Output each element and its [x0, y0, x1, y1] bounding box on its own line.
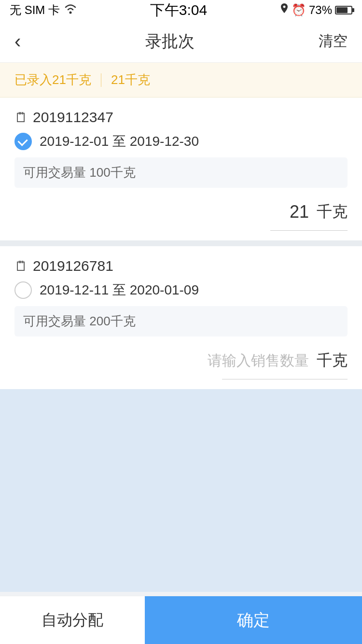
nav-bar: ‹ 录批次 清空: [0, 20, 362, 63]
batch-1-unit: 千克: [317, 201, 348, 223]
section-divider-1: [0, 240, 362, 246]
total-summary: 21千克: [111, 71, 150, 88]
batch-2-unit: 千克: [317, 350, 348, 371]
batch-1-quantity-section: 21 千克: [0, 201, 362, 240]
batch-2-radio[interactable]: [14, 281, 32, 299]
batch-2-id: 2019126781: [33, 258, 113, 274]
batch-2-input-placeholder[interactable]: 请输入销售数量: [208, 351, 309, 371]
alarm-icon: ⏰: [292, 3, 306, 17]
batch-1-id: 2019112347: [33, 109, 113, 126]
batch-card-1: 🗒 2019112347 2019-12-01 至 2019-12-30 可用交…: [0, 98, 362, 201]
batch-1-underline: [270, 230, 348, 231]
location-icon: [280, 3, 289, 17]
batch-2-available: 可用交易量 200千克: [14, 306, 348, 336]
clear-button[interactable]: 清空: [319, 31, 348, 51]
summary-bar: 已录入21千克 21千克: [0, 63, 362, 98]
status-left: 无 SIM 卡: [10, 2, 77, 18]
status-bar: 无 SIM 卡 下午3:04 ⏰ 73%: [0, 0, 362, 20]
sim-status: 无 SIM 卡: [10, 2, 60, 18]
status-time: 下午3:04: [150, 0, 207, 20]
recorded-summary: 已录入21千克: [14, 71, 91, 88]
batch-1-icon: 🗒: [14, 110, 28, 126]
confirm-button[interactable]: 确定: [145, 596, 362, 644]
wifi-icon: [64, 3, 77, 17]
batch-2-header: 🗒 2019126781: [14, 258, 348, 274]
batch-2-input-section: 请输入销售数量 千克: [0, 350, 362, 389]
batch-1-quantity-value: 21: [290, 202, 309, 222]
batch-1-header: 🗒 2019112347: [14, 109, 348, 126]
batch-1-date-row: 2019-12-01 至 2019-12-30: [14, 132, 348, 151]
page-title: 录批次: [145, 30, 195, 53]
batch-2-underline: [222, 379, 348, 379]
batch-1-available: 可用交易量 100千克: [14, 157, 348, 188]
batch-2-date: 2019-12-11 至 2020-01-09: [40, 281, 199, 299]
summary-divider: [101, 73, 101, 87]
batch-1-date: 2019-12-01 至 2019-12-30: [40, 132, 199, 151]
batch-2-icon: 🗒: [14, 258, 28, 274]
battery-percent: 73%: [309, 3, 332, 17]
auto-distribute-button[interactable]: 自动分配: [0, 596, 145, 644]
battery-icon: [335, 6, 352, 14]
batch-card-2: 🗒 2019126781 2019-12-11 至 2020-01-09 可用交…: [0, 246, 362, 350]
bottom-bar: 自动分配 确定: [0, 596, 362, 644]
batch-2-date-row: 2019-12-11 至 2020-01-09: [14, 281, 348, 299]
empty-area: [0, 389, 362, 592]
svg-point-0: [70, 12, 72, 14]
back-button[interactable]: ‹: [14, 30, 21, 52]
status-right: ⏰ 73%: [280, 3, 352, 17]
batch-1-radio[interactable]: [14, 133, 32, 150]
